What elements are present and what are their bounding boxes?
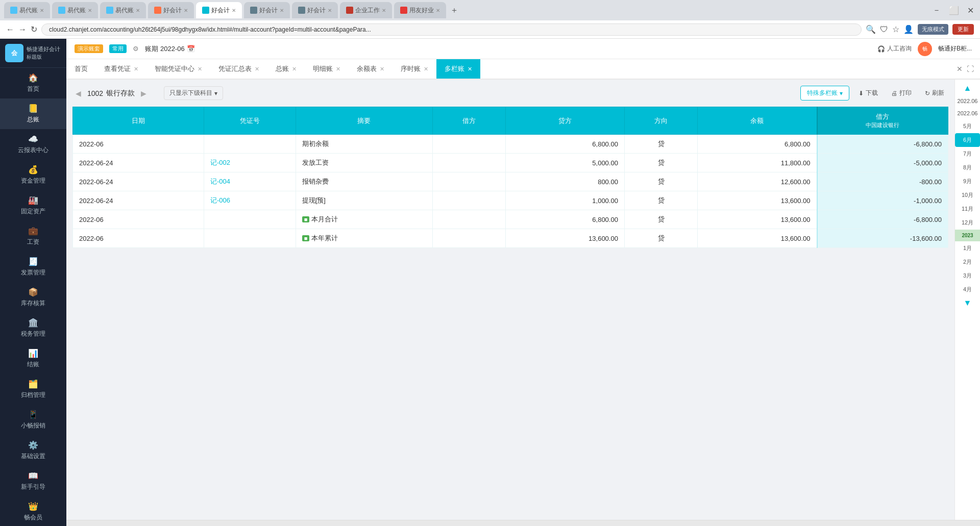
tab-detail-ledger[interactable]: 明细账 ✕ [305,59,349,80]
sub-account-filter[interactable]: 只显示下级科目 ▾ [164,86,223,100]
browser-tab-3[interactable]: 易代账 ✕ [100,2,146,18]
tab-close-multi[interactable]: ✕ [468,66,472,72]
tab-close-3[interactable]: ✕ [136,8,140,13]
table-cell[interactable] [204,135,296,154]
browser-tab-4[interactable]: 好会计 ✕ [148,2,194,18]
sidebar-item-tax[interactable]: 🏛️ 税务管理 [0,313,66,343]
tab-close-9[interactable]: ✕ [436,8,440,13]
download-button[interactable]: ⬇ 下载 [854,86,882,100]
gear-icon[interactable]: ⚙ [133,45,139,53]
sidebar-item-vip[interactable]: 👑 畅会员 [0,496,66,526]
sidebar-item-assets[interactable]: 🏭 固定资产 [0,190,66,221]
browser-tab-7[interactable]: 好会计 ✕ [292,2,338,18]
table-cell[interactable] [204,229,296,248]
table-cell[interactable]: 记-002 [204,154,296,172]
maximize-button[interactable]: ⬜ [947,4,961,17]
sidebar-item-expense[interactable]: 📱 小畅报销 [0,405,66,435]
user-avatar[interactable]: 畅 [918,42,932,56]
tab-close-balance[interactable]: ✕ [380,66,384,72]
special-multicolumn-button[interactable]: 特殊多栏账 ▾ [800,86,849,101]
date-item-9[interactable]: 9月 [955,174,980,188]
date-item-2023-3[interactable]: 3月 [955,269,980,283]
date-item-6[interactable]: 6月 [955,133,980,147]
browser-tab-9[interactable]: 用友好业 ✕ [394,2,446,18]
sidebar-item-inventory[interactable]: 📦 库存核算 [0,282,66,313]
date-scroll-up[interactable]: ▲ [962,82,974,95]
tab-balance[interactable]: 余额表 ✕ [349,59,393,80]
sidebar-item-guide[interactable]: 📖 新手引导 [0,466,66,496]
search-icon[interactable]: 🔍 [866,24,876,34]
date-item-2023-1[interactable]: 1月 [955,241,980,255]
date-item-12[interactable]: 12月 [955,216,980,230]
table-cell[interactable]: 记-006 [204,191,296,210]
forward-button[interactable]: → [18,25,27,34]
date-scroll-down[interactable]: ▼ [962,296,974,310]
sidebar-item-close[interactable]: 📊 结账 [0,343,66,374]
table-cell[interactable]: 记-004 [204,172,296,191]
star-icon[interactable]: ☆ [892,24,899,34]
sidebar-item-settings[interactable]: ⚙️ 基础设置 [0,435,66,466]
browser-tab-2[interactable]: 易代账 ✕ [52,2,98,18]
date-item-2022-06-b[interactable]: 2022.06 [955,107,980,119]
sidebar-item-invoice[interactable]: 🧾 发票管理 [0,252,66,282]
tab-voucher[interactable]: 查看凭证 ✕ [96,59,146,80]
tab-voucher-summary[interactable]: 凭证汇总表 ✕ [210,59,267,80]
date-item-10[interactable]: 10月 [955,188,980,202]
close-panel-icon[interactable]: ✕ [957,65,963,73]
tab-close-gl[interactable]: ✕ [292,66,297,72]
tab-close-2[interactable]: ✕ [88,8,92,13]
tab-close-7[interactable]: ✕ [328,8,332,13]
tab-smart-voucher[interactable]: 智能凭证中心 ✕ [146,59,210,80]
tab-close-seq[interactable]: ✕ [424,66,428,72]
sidebar-item-funds[interactable]: 💰 资金管理 [0,160,66,190]
date-item-2023-4[interactable]: 4月 [955,283,980,296]
browser-tab-1[interactable]: 易代账 ✕ [4,2,50,18]
date-item-2022-06-a[interactable]: 2022.06 [955,95,980,107]
tab-close-voucher[interactable]: ✕ [134,66,138,72]
horizontal-scrollbar[interactable] [66,520,980,526]
update-button[interactable]: 更新 [952,24,974,35]
table-cell[interactable] [204,210,296,229]
tab-close-8[interactable]: ✕ [382,8,386,13]
tab-seq-ledger[interactable]: 序时账 ✕ [393,59,436,80]
tab-close-1[interactable]: ✕ [40,8,44,13]
date-item-8[interactable]: 8月 [955,161,980,174]
back-button[interactable]: ← [6,25,14,34]
date-item-2023-2[interactable]: 2月 [955,255,980,269]
new-tab-button[interactable]: ＋ [448,3,460,18]
sidebar-item-cloud[interactable]: ☁️ 云报表中心 [0,129,66,160]
print-button[interactable]: 🖨 打印 [887,86,916,100]
no-trace-button[interactable]: 无痕模式 [918,24,948,35]
tab-close-dl[interactable]: ✕ [336,66,340,72]
calendar-icon[interactable]: 📅 [187,45,195,53]
browser-tab-8[interactable]: 企业工作 ✕ [340,2,392,18]
tab-general-ledger[interactable]: 总账 ✕ [267,59,305,80]
sidebar-item-archive[interactable]: 🗂️ 归档管理 [0,374,66,405]
browser-tab-6[interactable]: 好会计 ✕ [244,2,290,18]
tab-multi-ledger[interactable]: 多栏账 ✕ [436,59,480,80]
consult-button[interactable]: 🎧 人工咨询 [877,44,912,53]
tab-close-6[interactable]: ✕ [280,8,284,13]
tab-close-smart[interactable]: ✕ [198,66,202,72]
close-button[interactable]: ✕ [965,4,976,17]
tab-home[interactable]: 首页 [66,59,96,80]
minimize-button[interactable]: － [930,3,943,18]
sidebar-item-salary[interactable]: 💼 工资 [0,221,66,252]
url-input[interactable]: cloud2.chanjet.com/accounting/uh26t264j5… [41,23,862,36]
sidebar-item-home[interactable]: 🏠 首页 [0,68,66,98]
browser-tab-5[interactable]: 好会计 ✕ [196,2,242,18]
reload-button[interactable]: ↻ [31,24,37,34]
refresh-button[interactable]: ↻ 刷新 [921,86,948,100]
date-item-5[interactable]: 5月 [955,119,980,133]
tab-close-5[interactable]: ✕ [232,8,236,13]
prev-account-button[interactable]: ◀ [72,88,84,98]
sidebar-item-ledger[interactable]: 📒 总账 [0,98,66,129]
tab-close-4[interactable]: ✕ [184,8,188,13]
table-cell: ■本月合计 [296,210,433,229]
tab-close-summary[interactable]: ✕ [255,66,259,72]
next-account-button[interactable]: ▶ [138,88,150,98]
date-item-7[interactable]: 7月 [955,147,980,161]
expand-icon[interactable]: ⛶ [967,65,974,73]
date-item-11[interactable]: 11月 [955,202,980,216]
profile-icon[interactable]: 👤 [903,24,914,34]
